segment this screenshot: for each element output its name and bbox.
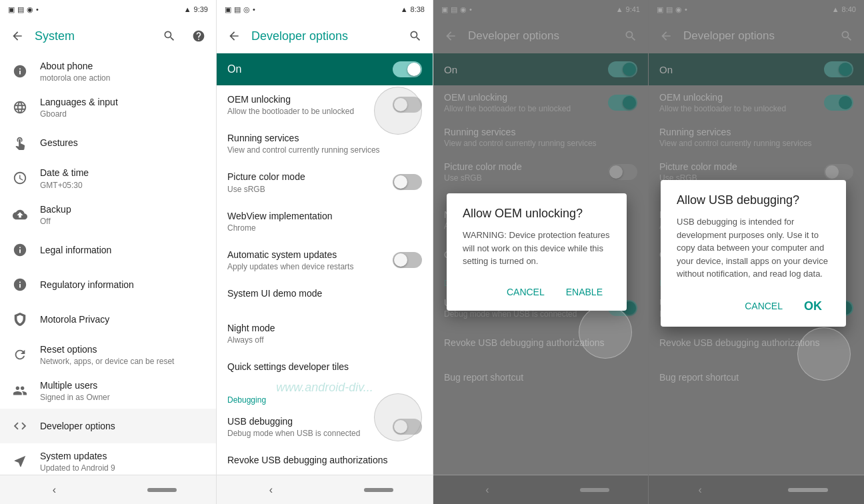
dev-on-bar-mid: On	[217, 53, 433, 85]
settings-item-developer[interactable]: Developer options	[0, 409, 216, 443]
usb-cancel-button[interactable]: Cancel	[737, 294, 791, 319]
users-text: Multiple users Signed in as Owner	[40, 379, 205, 402]
dev-oem-title: OEM unlocking	[227, 93, 354, 105]
about-text: About phone motorola one action	[40, 60, 205, 83]
notification-icon: ▣	[8, 5, 15, 14]
dev-item-webview[interactable]: WebView implementation Chrome	[217, 202, 433, 241]
developer-icon	[11, 417, 29, 435]
dev-usbdebug-title: USB debugging	[227, 415, 360, 427]
nav-back-mid[interactable]: ‹	[256, 479, 286, 501]
usb-dialog-title: Allow USB debugging?	[677, 193, 830, 207]
users-title: Multiple users	[40, 379, 205, 391]
dev-item-color[interactable]: Picture color mode Use sRGB	[217, 163, 433, 201]
nav-back-left[interactable]: ‹	[39, 479, 69, 501]
privacy-title: Motorola Privacy	[40, 313, 205, 325]
system-settings-panel: ▣ ▤ ◉ • ▲ 9:39 System About phon	[0, 0, 217, 504]
dev-autoupdate-row: Automatic system updates Apply updates w…	[227, 249, 422, 271]
color-toggle-knob	[394, 175, 407, 189]
oem-dialog-body: WARNING: Device protection features will…	[463, 229, 611, 268]
dev-item-autoupdate[interactable]: Automatic system updates Apply updates w…	[217, 241, 433, 279]
settings-item-datetime[interactable]: Date & time GMT+05:30	[0, 160, 216, 196]
sysupdate-text: System updates Updated to Android 9	[40, 450, 205, 473]
settings-item-legal[interactable]: Legal information	[0, 233, 216, 267]
oem-cancel-button[interactable]: Cancel	[499, 281, 553, 303]
datetime-icon	[11, 169, 29, 187]
about-subtitle: motorola one action	[40, 73, 205, 83]
system-title: System	[35, 29, 152, 43]
help-button-system[interactable]	[187, 24, 211, 48]
settings-item-gestures[interactable]: Gestures	[0, 125, 216, 160]
users-subtitle: Signed in as Owner	[40, 393, 205, 402]
settings-item-privacy[interactable]: Motorola Privacy	[0, 302, 216, 337]
dev-nightmode-title: Night mode	[227, 322, 422, 334]
languages-subtitle: Gboard	[40, 109, 205, 119]
dev-color-row: Picture color mode Use sRGB	[227, 171, 422, 193]
dev-autoupdate-text: Automatic system updates Apply updates w…	[227, 249, 353, 271]
reset-title: Reset options	[40, 343, 205, 355]
back-button-system[interactable]	[5, 24, 29, 48]
dev-usbdebug-subtitle: Debug mode when USB is connected	[227, 429, 360, 438]
dev-running-subtitle: View and control currently running servi…	[227, 145, 422, 155]
status-bar-left: ▣ ▤ ◉ • ▲ 9:39	[0, 0, 216, 19]
notification-dot: •	[36, 5, 39, 13]
notification-icon3: ◉	[27, 5, 33, 14]
language-icon	[11, 98, 29, 117]
about-icon	[11, 62, 29, 81]
regulatory-text: Regulatory information	[40, 279, 205, 291]
status-icons-left: ▣ ▤ ◉ •	[8, 5, 39, 14]
notification-mid-icon1: ▣	[225, 5, 231, 14]
settings-item-users[interactable]: Multiple users Signed in as Owner	[0, 373, 216, 409]
reset-text: Reset options Network, apps, or device c…	[40, 343, 205, 366]
autoupdate-toggle-knob	[394, 253, 407, 267]
datetime-text: Date & time GMT+05:30	[40, 167, 205, 189]
gestures-title: Gestures	[40, 137, 205, 149]
dev-autoupdate-subtitle: Apply updates when device restarts	[227, 262, 353, 271]
color-toggle[interactable]	[393, 174, 422, 190]
notification-mid-dot: •	[253, 5, 255, 13]
dev-item-nightmode[interactable]: Night mode Always off	[217, 314, 433, 353]
dev-on-toggle[interactable]	[393, 61, 422, 77]
back-button-dev[interactable]	[222, 24, 246, 48]
system-settings-list: About phone motorola one action Language…	[0, 53, 216, 475]
search-button-system[interactable]	[157, 24, 181, 48]
dev-nightmode-subtitle: Always off	[227, 335, 422, 345]
circle-enable	[579, 305, 632, 359]
oem-dialog-panel: ▣ ▤ ◉ • ▲ 9:41 Developer options On	[433, 0, 649, 504]
dev-usbdebug-text: USB debugging Debug mode when USB is con…	[227, 415, 360, 438]
autoupdate-toggle[interactable]	[393, 252, 422, 268]
reset-icon	[11, 345, 29, 364]
settings-item-about[interactable]: About phone motorola one action	[0, 53, 216, 89]
settings-item-languages[interactable]: Languages & input Gboard	[0, 89, 216, 125]
developer-title: Developer options	[40, 420, 205, 432]
notification-mid-icon2: ▤	[234, 5, 241, 14]
settings-item-backup[interactable]: Backup Off	[0, 197, 216, 233]
search-button-dev[interactable]	[403, 24, 427, 48]
regulatory-icon	[11, 275, 29, 294]
usb-ok-button[interactable]: OK	[796, 294, 830, 319]
backup-title: Backup	[40, 203, 205, 215]
dev-color-title: Picture color mode	[227, 171, 305, 183]
backup-text: Backup Off	[40, 203, 205, 226]
dev-item-revoke[interactable]: Revoke USB debugging authorizations	[217, 446, 433, 475]
dev-qs-title: Quick settings developer tiles	[227, 361, 422, 373]
dev-webview-title: WebView implementation	[227, 210, 422, 222]
settings-item-reset[interactable]: Reset options Network, apps, or device c…	[0, 337, 216, 373]
settings-item-regulatory[interactable]: Regulatory information	[0, 267, 216, 302]
status-bar-mid-right: ▲ 8:38	[401, 5, 425, 13]
dev-oem-subtitle: Allow the bootloader to be unlocked	[227, 107, 354, 116]
datetime-title: Date & time	[40, 167, 205, 179]
about-title: About phone	[40, 60, 205, 72]
oem-enable-button[interactable]: Enable	[558, 281, 611, 303]
backup-icon	[11, 205, 29, 224]
nav-pill-left	[147, 488, 177, 492]
gestures-text: Gestures	[40, 137, 205, 149]
toggle-knob	[407, 63, 421, 76]
dev-oem-text: OEM unlocking Allow the bootloader to be…	[227, 93, 354, 116]
usb-dialog-body: USB debugging is intended for developmen…	[677, 215, 830, 281]
dev-item-demo[interactable]: System UI demo mode	[217, 279, 433, 314]
dev-item-quicksettings[interactable]: Quick settings developer tiles	[217, 353, 433, 387]
wifi-icon: ▲	[184, 5, 191, 13]
developer-options-panel: ▣ ▤ ◎ • ▲ 8:38 Developer options On	[217, 0, 433, 504]
legal-title: Legal information	[40, 244, 205, 256]
settings-item-sysupdate[interactable]: System updates Updated to Android 9	[0, 443, 216, 475]
